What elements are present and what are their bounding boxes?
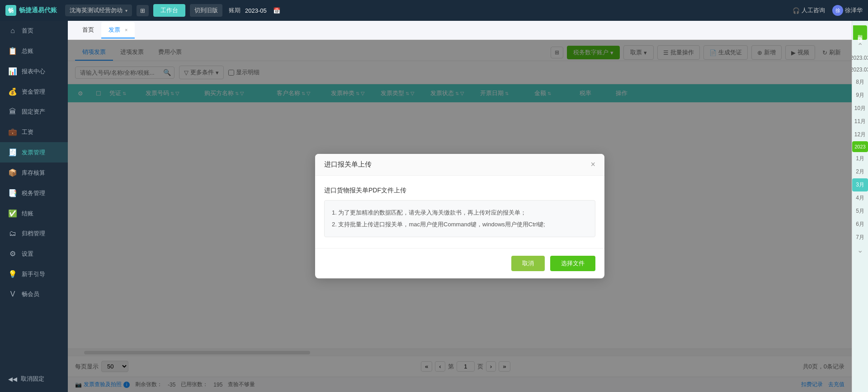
period-list-item[interactable]: 5月	[852, 205, 868, 218]
closing-icon: ✅	[8, 209, 17, 218]
sidebar-item-label: 工资	[22, 128, 33, 136]
sidebar-item-payroll[interactable]: 💼 工资	[0, 122, 68, 142]
content-area: 首页 发票 × 销项发票 进项发票	[68, 21, 852, 392]
sidebar-item-label: 总账	[22, 47, 33, 55]
company-selector[interactable]: 沈海英测试经营勿动 ▾	[65, 5, 132, 16]
tax-icon: 📑	[8, 189, 17, 197]
period-list-item[interactable]: 11月	[852, 115, 868, 128]
sidebar-item-ledger[interactable]: 📋 总账	[0, 41, 68, 61]
switch-version-button[interactable]: 切到旧版	[190, 4, 222, 17]
avatar: 徐	[832, 5, 843, 16]
archive-icon: 🗂	[8, 229, 17, 238]
pin-icon: ◀◀	[8, 376, 17, 382]
inventory-icon: 📦	[8, 168, 17, 177]
right-sidebar: 期间选择 ⌃ 2023.03 2023.03 8月 9月 10月 11月 12月…	[852, 21, 868, 392]
sidebar-collapse-button[interactable]: ◀◀ 取消固定	[0, 370, 68, 387]
dialog-overlay[interactable]: 进口报关单上传 × 进口货物报关单PDF文件上传 1. 为了更加精准的数据匹配，…	[68, 40, 852, 392]
period-list-item[interactable]: 7月	[852, 231, 868, 244]
dialog-section-title: 进口货物报关单PDF文件上传	[324, 186, 595, 195]
period-value: 2023-05	[245, 7, 267, 14]
tab-bar: 首页 发票 ×	[68, 21, 852, 40]
sidebar-item-capital[interactable]: 💰 资金管理	[0, 81, 68, 102]
user-info[interactable]: 徐 徐泽华	[832, 5, 863, 16]
sidebar-item-invoice[interactable]: 🧾 发票管理	[0, 142, 68, 163]
period-list-item[interactable]: 9月	[852, 89, 868, 102]
sidebar-item-label: 固定资产	[22, 108, 45, 116]
guide-icon: 💡	[8, 270, 17, 278]
calendar-icon[interactable]: 📅	[273, 7, 280, 14]
period-list-item[interactable]: 2023.03	[852, 52, 868, 64]
main-layout: ⌂ 首页 📋 总账 📊 报表中心 💰 资金管理 🏛 固定资产 💼 工资	[0, 21, 868, 392]
period-list-item[interactable]: 4月	[852, 191, 868, 205]
period-list-item[interactable]: 1月	[852, 152, 868, 165]
assets-icon: 🏛	[8, 108, 17, 116]
sidebar-item-label: 结账	[22, 210, 33, 218]
sidebar-item-home[interactable]: ⌂ 首页	[0, 21, 68, 41]
sidebar-item-closing[interactable]: ✅ 结账	[0, 203, 68, 224]
service-button[interactable]: 🎧 人工咨询	[793, 6, 825, 14]
sidebar-item-label: 归档管理	[22, 229, 45, 238]
capital-icon: 💰	[8, 87, 17, 96]
settings-icon: ⚙	[8, 249, 17, 258]
payroll-icon: 💼	[8, 128, 17, 136]
period-list-item[interactable]: 12月	[852, 128, 868, 141]
period-selector-tab[interactable]: 期间选择	[853, 25, 867, 40]
dialog-info-item-2: 2. 支持批量上传进口报关单，mac用户使用Command键，windows用户…	[332, 219, 588, 230]
workspace-button[interactable]: 工作台	[153, 4, 185, 17]
period-list: 2023.03 2023.03 8月 9月 10月 11月 12月 2023 1…	[852, 52, 868, 244]
ledger-icon: 📋	[8, 47, 17, 55]
sidebar-item-label: 首页	[22, 27, 33, 35]
dialog: 进口报关单上传 × 进口货物报关单PDF文件上传 1. 为了更加精准的数据匹配，…	[315, 154, 604, 278]
sidebar: ⌂ 首页 📋 总账 📊 报表中心 💰 资金管理 🏛 固定资产 💼 工资	[0, 21, 68, 392]
dialog-title: 进口报关单上传	[324, 160, 372, 169]
sidebar-item-label: 设置	[22, 250, 33, 258]
sidebar-item-settings[interactable]: ⚙ 设置	[0, 244, 68, 264]
sidebar-item-label: 新手引导	[22, 270, 45, 278]
sidebar-item-assets[interactable]: 🏛 固定资产	[0, 102, 68, 122]
tab-home[interactable]: 首页	[75, 22, 101, 38]
headset-icon: 🎧	[793, 7, 800, 14]
period-list-item-year-2023[interactable]: 2023	[852, 141, 868, 152]
company-dropdown-arrow-icon: ▾	[125, 8, 127, 13]
dialog-cancel-button[interactable]: 取消	[511, 256, 545, 271]
dialog-body: 进口货物报关单PDF文件上传 1. 为了更加精准的数据匹配，请先录入海关缴款书，…	[315, 176, 604, 248]
period-list-item-march[interactable]: 3月	[852, 178, 868, 191]
app-logo: 畅 畅捷通易代账	[5, 5, 57, 16]
dialog-header: 进口报关单上传 ×	[315, 154, 604, 176]
period-list-item[interactable]: 6月	[852, 218, 868, 231]
period-list-item[interactable]: 2023.03	[852, 64, 868, 76]
period-list-item[interactable]: 8月	[852, 76, 868, 89]
sidebar-item-tax[interactable]: 📑 税务管理	[0, 183, 68, 203]
period-list-item[interactable]: 2月	[852, 165, 868, 178]
tab-invoice[interactable]: 发票 ×	[101, 22, 135, 38]
period-scroll-up-button[interactable]: ⌃	[855, 40, 865, 52]
reports-icon: 📊	[8, 67, 17, 76]
period-list-item[interactable]: 10月	[852, 102, 868, 115]
member-icon: V	[8, 290, 17, 298]
sidebar-item-label: 发票管理	[22, 148, 45, 157]
tab-close-icon[interactable]: ×	[125, 27, 127, 33]
logo-icon: 畅	[5, 5, 16, 16]
sidebar-item-label: 资金管理	[22, 88, 45, 96]
sidebar-item-archive[interactable]: 🗂 归档管理	[0, 224, 68, 244]
company-icon-button[interactable]: ⊞	[137, 5, 149, 16]
sidebar-item-member[interactable]: V 畅会员	[0, 284, 68, 304]
dialog-close-button[interactable]: ×	[590, 160, 595, 168]
period-scroll-down-button[interactable]: ⌄	[855, 244, 865, 256]
dialog-info-item-1: 1. 为了更加精准的数据匹配，请先录入海关缴款书，再上传对应的报关单；	[332, 207, 588, 219]
dialog-info-box: 1. 为了更加精准的数据匹配，请先录入海关缴款书，再上传对应的报关单； 2. 支…	[324, 200, 595, 237]
top-bar: 畅 畅捷通易代账 沈海英测试经营勿动 ▾ ⊞ 工作台 切到旧版 账期 2023-…	[0, 0, 868, 21]
invoice-icon: 🧾	[8, 148, 17, 157]
sidebar-item-label: 库存核算	[22, 169, 45, 177]
sidebar-item-label: 畅会员	[22, 290, 39, 298]
top-right-actions: 🎧 人工咨询 徐 徐泽华	[793, 5, 863, 16]
dialog-select-file-button[interactable]: 选择文件	[550, 256, 595, 271]
sidebar-item-inventory[interactable]: 📦 库存核算	[0, 163, 68, 183]
invoice-content: 销项发票 进项发票 费用小票 ⊞ 税务数字账户 ▾	[68, 40, 852, 392]
sidebar-item-reports[interactable]: 📊 报表中心	[0, 61, 68, 81]
period-label: 账期	[229, 6, 241, 14]
sidebar-bottom: ◀◀ 取消固定	[0, 366, 68, 392]
sidebar-item-label: 税务管理	[22, 189, 45, 197]
dialog-footer: 取消 选择文件	[315, 248, 604, 278]
sidebar-item-guide[interactable]: 💡 新手引导	[0, 264, 68, 284]
